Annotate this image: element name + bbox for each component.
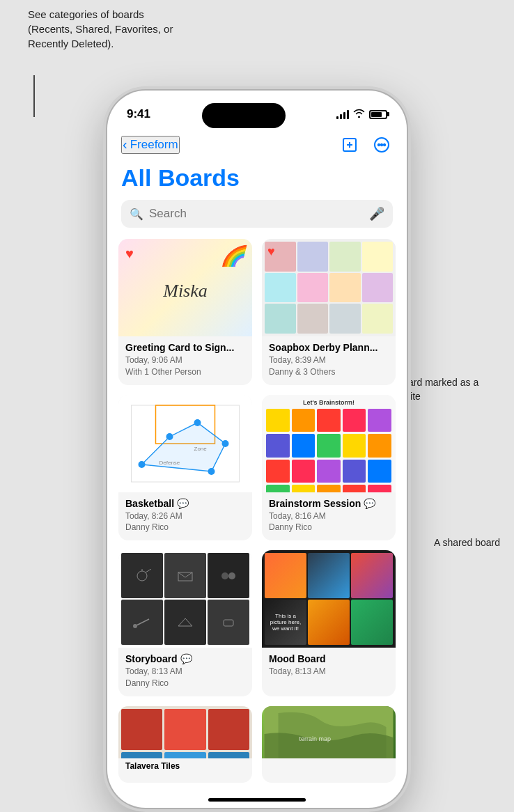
svg-point-13 [194,419,201,426]
board-info-moodboard: Mood Board Today, 8:13 AM [262,648,396,685]
greeting-card-text: Miska [163,281,208,302]
sticky-note-15 [368,460,391,483]
wifi-icon [353,109,365,120]
sticky-note-10 [368,434,391,458]
board-thumbnail-talavera [118,706,252,758]
svg-point-18 [137,571,147,581]
nav-bar: ‹ Freeform [107,128,407,162]
new-board-button[interactable] [338,134,361,156]
board-meta-greeting: Today, 9:06 AM With 1 Other Person [125,354,245,378]
scene: See categories of boards (Recents, Share… [0,0,514,812]
board-meta-basketball: Today, 8:26 AM Danny Rico [125,510,245,534]
soap-cell-3 [329,242,361,272]
story-cell-1 [121,553,163,598]
svg-text:Zone: Zone [194,446,208,452]
svg-point-27 [133,624,137,628]
sticky-note-3 [317,409,341,432]
svg-point-11 [139,461,146,468]
sticky-note-7 [292,434,316,458]
signal-bars-icon [336,110,349,119]
search-bar[interactable]: 🔍 🎤 [121,200,393,228]
board-thumbnail-soapbox: ♥ [262,239,396,336]
svg-point-4 [378,144,380,146]
mood-cell-4: This is a picture here, we want it! [265,600,306,645]
board-title-basketball: Basketball 💬 [125,498,245,509]
board-thumbnail-brainstorm: Let's Brainstorm! [262,395,396,492]
sticky-note-17 [292,485,316,492]
board-card-brainstorm[interactable]: Let's Brainstorm! Brainstorm Session 💬 T… [262,395,396,541]
svg-text:terrain map: terrain map [299,735,332,742]
story-cell-3 [208,553,249,598]
board-title-brainstorm: Brainstorm Session 💬 [269,498,389,509]
story-cell-4 [121,600,163,645]
svg-point-12 [166,433,173,440]
rainbow-art-icon: 🌈 [221,244,245,267]
board-thumbnail-greeting: ♥ 🌈 Miska [118,239,252,336]
board-card-storyboard[interactable]: Storyboard 💬 Today, 8:13 AM Danny Rico [118,550,252,696]
tal-cell-3 [208,709,249,750]
battery-icon [369,110,387,119]
sticky-note-6 [266,434,290,458]
battery-fill [371,112,382,117]
sticky-note-12 [292,460,316,483]
board-thumbnail-basketball: Defense Zone [118,395,252,492]
board-card-map[interactable]: terrain map [262,706,396,783]
search-input[interactable] [149,207,364,221]
sticky-note-8 [317,434,341,458]
soap-cell-11 [329,304,361,334]
board-thumbnail-map: terrain map [262,706,396,758]
board-meta-storyboard: Today, 8:13 AM Danny Rico [125,666,245,689]
shared-icon-storyboard: 💬 [180,653,192,664]
more-options-button[interactable] [371,134,393,156]
board-card-greeting[interactable]: ♥ 🌈 Miska Greeting Card to Sign... Today… [118,239,252,385]
board-title-moodboard: Mood Board [269,653,389,664]
sticky-note-14 [343,460,366,483]
board-card-talavera[interactable]: Talavera Tiles [118,706,252,783]
status-time: 9:41 [127,107,150,121]
sticky-note-13 [317,460,341,483]
dynamic-island [202,103,286,128]
svg-rect-29 [224,620,233,626]
svg-point-6 [384,144,385,146]
board-thumbnail-moodboard: This is a picture here, we want it! [262,550,396,648]
board-info-talavera: Talavera Tiles [118,758,252,774]
back-button[interactable]: ‹ Freeform [121,136,180,154]
board-card-soapbox[interactable]: ♥ Soapbox Derby Plann... [262,239,396,385]
status-icons [336,109,387,120]
microphone-icon[interactable]: 🎤 [369,206,384,221]
home-indicator[interactable] [208,798,306,802]
status-bar: 9:41 [107,91,407,128]
mood-cell-6 [351,600,393,645]
nav-actions [338,134,393,156]
boards-grid: ♥ 🌈 Miska Greeting Card to Sign... Today… [107,239,407,783]
brainstorm-title-mini: Let's Brainstorm! [303,399,355,406]
map-diagram: terrain map [262,706,396,758]
soap-cell-10 [297,304,329,334]
soap-cell-12 [362,304,394,334]
board-thumbnail-storyboard [118,550,252,648]
board-title-soapbox: Soapbox Derby Plann... [269,342,389,353]
svg-line-22 [178,572,185,577]
board-info-soapbox: Soapbox Derby Plann... Today, 8:39 AM Da… [262,336,396,385]
sticky-note-5 [368,409,391,432]
signal-bar-4 [347,110,349,119]
board-title-greeting: Greeting Card to Sign... [125,342,245,353]
annotation-top: See categories of boards (Recents, Share… [28,7,181,51]
story-cell-5 [164,600,206,645]
annotation-line-top [33,75,35,117]
soap-cell-6 [297,273,329,303]
board-card-basketball[interactable]: Defense Zone Basketball 💬 Today, 8:26 AM… [118,395,252,541]
board-info-brainstorm: Brainstorm Session 💬 Today, 8:16 AM Dann… [262,492,396,541]
soap-cell-8 [362,273,394,303]
sticky-note-2 [292,409,316,432]
board-info-greeting: Greeting Card to Sign... Today, 9:06 AM … [118,336,252,385]
svg-marker-28 [178,618,192,626]
svg-point-15 [208,468,215,475]
shared-icon-brainstorm: 💬 [364,498,375,509]
sticky-note-9 [343,434,366,458]
board-card-moodboard[interactable]: This is a picture here, we want it! Mood… [262,550,396,696]
soap-cell-9 [265,304,296,334]
sticky-note-11 [266,460,290,483]
mood-cell-3 [351,553,393,598]
tal-cell-2 [164,709,205,750]
